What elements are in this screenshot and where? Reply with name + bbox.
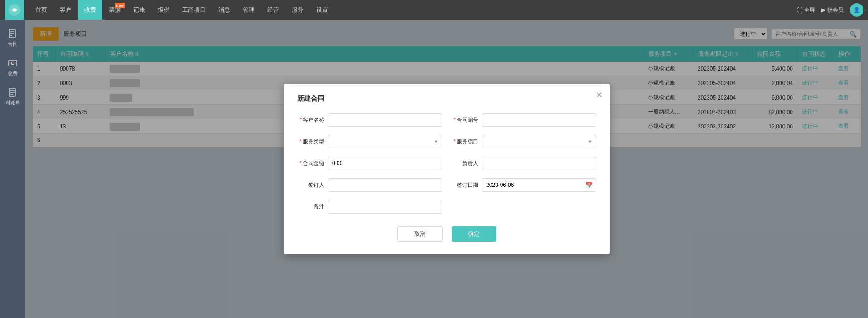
service-type-select-wrap: ▼: [328, 135, 442, 148]
reconcile-icon: [7, 87, 18, 98]
modal-title: 新建合同: [297, 95, 596, 103]
svg-point-1: [13, 9, 16, 11]
form-row-2: *服务类型 ▼ *服务项目: [297, 135, 596, 148]
service-item-select-wrap: ▼: [482, 135, 596, 148]
service-type-label: *服务类型: [297, 138, 324, 146]
modal-close-button[interactable]: ✕: [596, 90, 603, 100]
sidebar: 合同 收费 对账单: [0, 20, 25, 318]
nav-bookkeeping[interactable]: 记账: [127, 0, 151, 20]
nav-business[interactable]: 工商项目: [176, 0, 212, 20]
nav-manage[interactable]: 管理: [236, 0, 261, 20]
form-row-4: 签订人 签订日期 📅: [297, 178, 596, 192]
member-button[interactable]: ▶ 畅会员: [821, 6, 844, 14]
top-navigation: 首页 客户 收费 票据 new 记账 报税 工商项目 消息 管理 经营 服务 设…: [0, 0, 868, 20]
remark-label: 备注: [297, 203, 324, 211]
responsible-input[interactable]: [482, 157, 596, 170]
nav-message[interactable]: 消息: [212, 0, 236, 20]
main-layout: 合同 收费 对账单: [0, 20, 868, 318]
fullscreen-icon: ⛶: [797, 7, 802, 13]
field-signer: 签订人: [297, 178, 442, 192]
field-responsible: 负责人: [451, 157, 596, 170]
form-row-5: 备注: [297, 200, 596, 214]
field-service-type: *服务类型 ▼: [297, 135, 442, 148]
play-icon: ▶: [821, 7, 825, 13]
cancel-button[interactable]: 取消: [397, 226, 443, 242]
nav-operation[interactable]: 经营: [261, 0, 285, 20]
nav-invoice[interactable]: 票据 new: [102, 0, 127, 20]
sidebar-item-fee[interactable]: 收费: [1, 54, 24, 81]
contract-no-label: *合同编号: [451, 116, 478, 124]
nav-home[interactable]: 首页: [29, 0, 53, 20]
nav-service[interactable]: 服务: [285, 0, 310, 20]
service-item-label: *服务项目: [451, 138, 478, 146]
customer-name-label: *客户名称: [297, 116, 324, 124]
user-avatar[interactable]: 👤: [850, 3, 863, 17]
contract-no-input[interactable]: [482, 113, 596, 127]
new-contract-modal: ✕ 新建合同 *客户名称 *合同编号: [284, 84, 610, 254]
customer-name-input[interactable]: [328, 113, 442, 127]
main-content: 新增 服务项目 进行中 已完成 已终止 🔍 序号 合同: [25, 20, 868, 318]
fee-icon: [7, 57, 18, 68]
svg-rect-6: [9, 60, 17, 66]
confirm-button[interactable]: 确定: [452, 226, 496, 242]
field-sign-date: 签订日期 📅: [451, 178, 596, 192]
modal-overlay: ✕ 新建合同 *客户名称 *合同编号: [25, 20, 868, 318]
field-amount: *合同金额: [297, 157, 442, 170]
form-row-3: *合同金额 负责人: [297, 157, 596, 170]
new-badge: new: [115, 3, 125, 8]
sign-date-wrap: 📅: [482, 178, 596, 192]
app-logo: [5, 0, 24, 20]
fullscreen-button[interactable]: ⛶ 全屏: [797, 6, 815, 14]
field-customer-name: *客户名称: [297, 113, 442, 127]
sidebar-item-reconcile[interactable]: 对账单: [1, 83, 24, 110]
contract-icon: [7, 28, 18, 39]
modal-footer: 取消 确定: [297, 226, 596, 242]
remark-input[interactable]: [328, 200, 442, 214]
nav-fee[interactable]: 收费: [78, 0, 102, 20]
responsible-label: 负责人: [451, 160, 478, 167]
nav-customer[interactable]: 客户: [53, 0, 78, 20]
service-type-select[interactable]: [328, 135, 442, 148]
field-remark: 备注: [297, 200, 442, 214]
sign-date-input[interactable]: [482, 178, 596, 192]
form-row-1: *客户名称 *合同编号: [297, 113, 596, 127]
amount-input[interactable]: [328, 157, 442, 170]
nav-settings[interactable]: 设置: [310, 0, 334, 20]
field-contract-no: *合同编号: [451, 113, 596, 127]
signer-input[interactable]: [328, 178, 442, 192]
sidebar-item-contract[interactable]: 合同: [1, 24, 24, 51]
nav-tax[interactable]: 报税: [151, 0, 176, 20]
service-item-select[interactable]: [482, 135, 596, 148]
field-service-item: *服务项目 ▼: [451, 135, 596, 148]
sign-date-label: 签订日期: [451, 181, 478, 189]
signer-label: 签订人: [297, 181, 324, 189]
top-nav-right: ⛶ 全屏 ▶ 畅会员 👤: [797, 3, 863, 17]
amount-label: *合同金额: [297, 160, 324, 167]
